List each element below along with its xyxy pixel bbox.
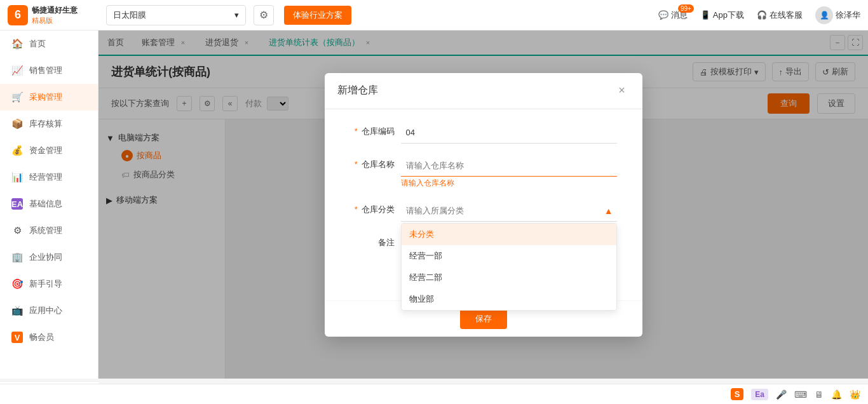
sidebar-item-cooperation[interactable]: 🏢 企业协同 (0, 244, 98, 271)
main-layout: 🏠 首页 📈 销售管理 🛒 采购管理 📦 库存核算 💰 资金管理 📊 经营管理 … (0, 30, 868, 379)
modal-body: * 仓库编码 * 仓库名称 (325, 109, 642, 300)
sidebar-label-purchase: 采购管理 (29, 91, 62, 103)
modal-title: 新增仓库 (337, 84, 378, 97)
category-dropdown: 未分类 经营一部 经营二部 物业部 (401, 223, 617, 311)
sidebar: 🏠 首页 📈 销售管理 🛒 采购管理 📦 库存核算 💰 资金管理 📊 经营管理 … (0, 30, 98, 379)
monitor-icon[interactable]: 🖥 (815, 389, 824, 400)
name-error-message: 请输入仓库名称 (401, 178, 617, 189)
category-input[interactable] (401, 200, 617, 222)
modal-close-button[interactable]: × (614, 83, 630, 98)
dropdown-item-dept3[interactable]: 物业部 (402, 288, 616, 310)
sidebar-label-guide: 新手引导 (29, 278, 62, 290)
basic-info-icon: EA (11, 198, 23, 210)
cooperation-icon: 🏢 (11, 252, 23, 263)
category-toggle-icon[interactable]: ▲ (604, 206, 613, 216)
logo-area: 6 畅捷通好生意 精易版 (8, 5, 106, 25)
message-button[interactable]: 💬 消息 99+ (658, 10, 688, 21)
gear-button[interactable]: ⚙ (254, 5, 274, 25)
sidebar-item-home[interactable]: 🏠 首页 (0, 30, 98, 57)
remark-label: 备注 (350, 233, 401, 248)
sidebar-label-appcenter: 应用中心 (29, 305, 62, 316)
status-bar: S Ea 🎤 ⌨ 🖥 🔔 👑 (0, 384, 868, 404)
sidebar-label-sales: 销售管理 (29, 65, 62, 76)
code-input[interactable] (401, 122, 617, 144)
sidebar-item-sales[interactable]: 📈 销售管理 (0, 57, 98, 84)
sidebar-label-cooperation: 企业协同 (29, 252, 62, 263)
code-field (401, 122, 617, 144)
sidebar-item-vip[interactable]: V 畅会员 (0, 324, 98, 351)
name-label: * 仓库名称 (350, 155, 401, 170)
guide-icon: 🎯 (11, 278, 23, 290)
message-badge: 99+ (678, 4, 694, 13)
sidebar-item-operations[interactable]: 📊 经营管理 (0, 164, 98, 191)
operations-icon: 📊 (11, 172, 23, 183)
headset-icon: 🎧 (757, 10, 767, 20)
sidebar-item-system[interactable]: ⚙ 系统管理 (0, 217, 98, 244)
form-row-category: * 仓库分类 ▲ 未分类 经营一部 经营二部 物业部 (350, 200, 617, 222)
sidebar-item-basic-info[interactable]: EA 基础信息 (0, 191, 98, 217)
s-logo-badge: S (731, 388, 744, 400)
name-field: 请输入仓库名称 (401, 155, 617, 189)
modal-header: 新增仓库 × (325, 73, 642, 109)
ea-badge: Ea (751, 389, 768, 400)
sidebar-item-finance[interactable]: 💰 资金管理 (0, 137, 98, 164)
code-label: * 仓库编码 (350, 122, 401, 137)
top-header: 6 畅捷通好生意 精易版 日太阳膜 ▾ ⚙ 体验行业方案 💬 消息 99+ 📱 … (0, 0, 868, 30)
phone-icon: 📱 (700, 10, 710, 20)
chevron-down-icon: ▾ (234, 10, 239, 20)
sidebar-label-home: 首页 (29, 38, 46, 50)
avatar: 👤 (815, 6, 833, 24)
dropdown-item-dept1[interactable]: 经营一部 (402, 245, 616, 267)
purchase-icon: 🛒 (11, 91, 23, 103)
user-menu[interactable]: 👤 徐泽华 (815, 6, 860, 24)
inventory-icon: 📦 (11, 118, 23, 130)
sidebar-item-guide[interactable]: 🎯 新手引导 (0, 271, 98, 297)
sidebar-label-basic-info: 基础信息 (29, 198, 62, 210)
appcenter-icon: 📺 (11, 305, 23, 316)
crown-icon[interactable]: 👑 (850, 389, 860, 400)
sidebar-label-system: 系统管理 (29, 225, 62, 236)
dropdown-item-dept2[interactable]: 经营二部 (402, 267, 616, 288)
experience-button[interactable]: 体验行业方案 (284, 6, 351, 25)
finance-icon: 💰 (11, 145, 23, 156)
home-icon: 🏠 (11, 38, 23, 50)
bell-icon[interactable]: 🔔 (831, 389, 842, 400)
sales-icon: 📈 (11, 65, 23, 76)
form-row-code: * 仓库编码 (350, 122, 617, 144)
modal-overlay: 新增仓库 × * 仓库编码 (98, 30, 868, 379)
online-service-button[interactable]: 🎧 在线客服 (757, 10, 803, 21)
gear-icon: ⚙ (259, 9, 268, 21)
system-icon: ⚙ (11, 225, 23, 236)
sidebar-label-vip: 畅会员 (29, 332, 54, 343)
sidebar-item-appcenter[interactable]: 📺 应用中心 (0, 297, 98, 324)
sidebar-label-operations: 经营管理 (29, 172, 62, 183)
category-field: ▲ 未分类 经营一部 经营二部 物业部 (401, 200, 617, 222)
save-button[interactable]: 保存 (460, 309, 507, 329)
message-icon: 💬 (658, 10, 668, 20)
sidebar-item-purchase[interactable]: 🛒 采购管理 (0, 84, 98, 111)
company-selector[interactable]: 日太阳膜 ▾ (106, 5, 246, 25)
header-right: 💬 消息 99+ 📱 App下载 🎧 在线客服 👤 徐泽华 (658, 6, 860, 24)
category-label: * 仓库分类 (350, 200, 401, 215)
header-tools: ⚙ 体验行业方案 (254, 5, 351, 25)
name-input[interactable] (401, 155, 617, 177)
app-download-button[interactable]: 📱 App下载 (700, 10, 744, 21)
sidebar-label-inventory: 库存核算 (29, 118, 62, 130)
keyboard-icon[interactable]: ⌨ (794, 389, 807, 400)
sidebar-label-finance: 资金管理 (29, 145, 62, 156)
sidebar-item-inventory[interactable]: 📦 库存核算 (0, 111, 98, 137)
logo-text: 畅捷通好生意 精易版 (32, 5, 78, 25)
mic-icon[interactable]: 🎤 (776, 389, 787, 400)
form-row-name: * 仓库名称 请输入仓库名称 (350, 155, 617, 189)
logo-icon: 6 (8, 5, 28, 25)
vip-icon: V (11, 332, 23, 343)
dropdown-item-uncategorized[interactable]: 未分类 (402, 224, 616, 245)
add-warehouse-modal: 新增仓库 × * 仓库编码 (325, 73, 642, 337)
